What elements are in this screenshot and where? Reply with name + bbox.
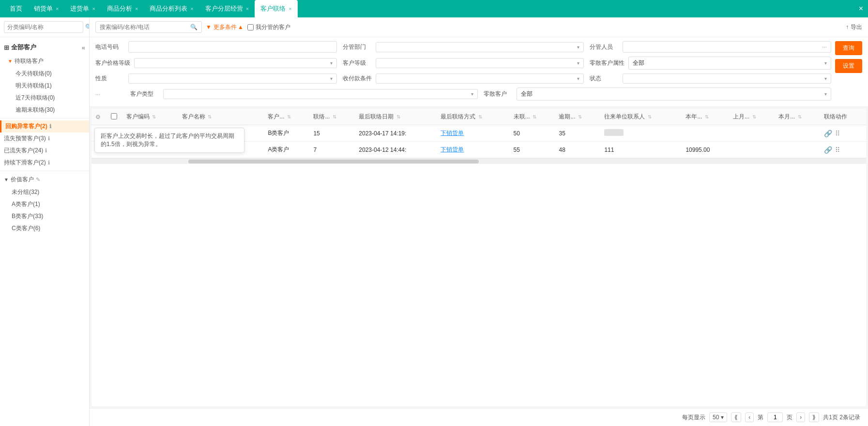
customer-type-label: 客户类型 (130, 90, 159, 98)
query-button[interactable]: 查询 (835, 41, 862, 55)
cell-overdue: 35 (555, 125, 600, 142)
close-icon[interactable]: × (135, 6, 138, 12)
sidebar-value-group[interactable]: ▼ 价值客户 ✎ (0, 173, 89, 186)
chevron-down-icon: ▾ (577, 76, 579, 81)
col-action: 联络动作 (820, 109, 866, 125)
retail-customer-label: 零散客户 (484, 90, 513, 98)
gear-icon[interactable]: ⚙ (95, 114, 101, 120)
col-last-method: 最后联络方式 ⇅ (437, 109, 509, 125)
cell-last-month (729, 125, 775, 142)
person-label: 分管人员 (590, 43, 619, 51)
close-icon[interactable]: × (92, 6, 95, 12)
select-all-checkbox[interactable] (111, 113, 117, 119)
sidebar-item-a-class[interactable]: A类客户(1) (0, 198, 89, 210)
scroll-thumb[interactable] (188, 160, 479, 163)
nav-customer-contact[interactable]: 客户联络 × (255, 0, 297, 17)
retail-customer-select[interactable]: 全部 ▾ (517, 88, 831, 101)
sidebar-item-c-class[interactable]: C类客户(6) (0, 222, 89, 235)
my-customer-check[interactable] (247, 24, 254, 30)
more-action-icon[interactable]: ⠿ (835, 146, 840, 154)
sidebar-item-churned[interactable]: 已流失客户(24) ℹ (0, 145, 89, 157)
nav-purchase[interactable]: 进货单 × (64, 0, 101, 17)
sort-icon: ⇅ (752, 114, 756, 119)
sidebar-item-ungrouped[interactable]: 未分组(32) (0, 186, 89, 198)
person-select[interactable]: ··· (623, 41, 831, 53)
page-size-select[interactable]: 50 ▾ (709, 412, 727, 422)
retail-attr-select[interactable]: 全部 ▾ (628, 57, 831, 70)
dots-icon: ··· (822, 44, 827, 50)
horizontal-scroll[interactable] (91, 158, 866, 164)
more-dots[interactable]: ··· (95, 91, 100, 98)
sidebar-item-b-class[interactable]: B类客户(33) (0, 210, 89, 222)
tree-group-pending-label[interactable]: ▼ 待联络客户 (4, 55, 89, 68)
dept-select[interactable]: ▾ (376, 42, 584, 52)
search-input[interactable] (100, 24, 190, 30)
payment-select[interactable]: ▾ (376, 73, 584, 84)
prev-page-button[interactable]: ‹ (745, 412, 754, 422)
filter-icon: ▼ (206, 24, 212, 30)
filter-payment: 收付款条件 ▾ (343, 73, 584, 84)
cell-this-month (775, 125, 820, 142)
customer-level-select[interactable]: ▾ (376, 58, 584, 68)
sidebar-search-input[interactable] (4, 21, 83, 33)
edit-icon[interactable]: ✎ (36, 176, 40, 183)
tree-root-all-customers[interactable]: ⊞ 全部客户 « (0, 40, 89, 55)
sidebar-item-7days[interactable]: 近7天待联络(0) (4, 92, 89, 104)
more-conditions-button[interactable]: ▼ 更多条件 ▲ (206, 23, 244, 31)
my-customer-checkbox[interactable]: 我分管的客户 (247, 23, 290, 31)
first-page-button[interactable]: ⟪ (731, 412, 741, 422)
last-page-button[interactable]: ⟫ (809, 412, 819, 422)
close-icon[interactable]: × (246, 6, 249, 12)
sidebar-item-repurchase-abnormal[interactable]: 回购异常客户(2) ℹ (0, 120, 89, 132)
contact-icon[interactable]: 🔗 (824, 146, 832, 154)
sidebar-item-churn-warning[interactable]: 流失预警客户(3) ℹ (0, 132, 89, 145)
close-icon[interactable]: × (56, 6, 59, 12)
phone-label: 电话号码 (95, 43, 124, 51)
filter-customer-type: 客户类型 ▾ (130, 89, 478, 99)
sidebar-item-tomorrow[interactable]: 明天待联络(1) (4, 80, 89, 92)
chevron-down-icon: ▾ (577, 44, 579, 50)
info-icon: ℹ (48, 135, 50, 142)
sidebar-item-overdue[interactable]: 逾期未联络(30) (4, 104, 89, 116)
dept-label: 分管部门 (343, 43, 372, 51)
sort-icon: ⇅ (798, 114, 802, 119)
next-page-button[interactable]: › (796, 412, 805, 422)
export-button[interactable]: ↑ 导出 (846, 23, 862, 31)
customer-type-select[interactable]: ▾ (163, 89, 478, 99)
cell-person: 111 (600, 142, 682, 158)
nature-label: 性质 (95, 74, 124, 83)
cell-person (600, 125, 682, 142)
export-icon: ↑ (846, 24, 849, 30)
close-all-button[interactable]: × (859, 4, 863, 13)
sidebar-item-today[interactable]: 今天待联络(0) (4, 68, 89, 80)
price-level-select[interactable]: ▾ (134, 58, 337, 68)
filter-price-level: 客户价格等级 ▾ (95, 58, 337, 68)
close-icon[interactable]: × (289, 6, 291, 12)
more-action-icon[interactable]: ⠿ (835, 130, 840, 137)
last-method-link[interactable]: 下销货单 (441, 130, 464, 136)
nav-home[interactable]: 首页 (4, 0, 28, 17)
phone-input[interactable] (128, 41, 337, 53)
close-icon[interactable]: × (190, 6, 193, 12)
nav-product-list[interactable]: 商品分析列表 × (144, 0, 199, 17)
search-icon[interactable]: 🔍 (190, 24, 198, 30)
last-method-link[interactable]: 下销货单 (441, 146, 464, 153)
total-label: 共1页 2条记录 (823, 413, 860, 422)
nature-select[interactable]: ▾ (128, 73, 337, 84)
setting-button[interactable]: 设置 (835, 59, 862, 73)
nav-sales[interactable]: 销货单 × (28, 0, 64, 17)
sidebar-item-declining[interactable]: 持续下滑客户(2) ℹ (0, 157, 89, 169)
page-number-input[interactable] (767, 412, 783, 422)
sort-icon: ⇅ (396, 114, 400, 119)
col-contact: 联络... ⇅ (309, 109, 355, 125)
nav-customer-segment[interactable]: 客户分层经营 × (199, 0, 255, 17)
sidebar-search-icon[interactable]: 🔍 (85, 24, 90, 30)
collapse-icon[interactable]: « (82, 44, 85, 51)
col-code: 客户编码 ⇅ (122, 109, 178, 125)
sidebar-tree: ⊞ 全部客户 « ▼ 待联络客户 今天待联络(0) 明天待联络(1) 近7天待联… (0, 37, 89, 426)
status-select[interactable]: ▾ (623, 73, 831, 84)
top-nav: 首页 销货单 × 进货单 × 商品分析 × 商品分析列表 × 客户分层经营 × … (0, 0, 868, 17)
nav-product-analysis[interactable]: 商品分析 × (101, 0, 144, 17)
sort-icon: ⇅ (287, 114, 291, 119)
contact-icon[interactable]: 🔗 (824, 130, 832, 137)
